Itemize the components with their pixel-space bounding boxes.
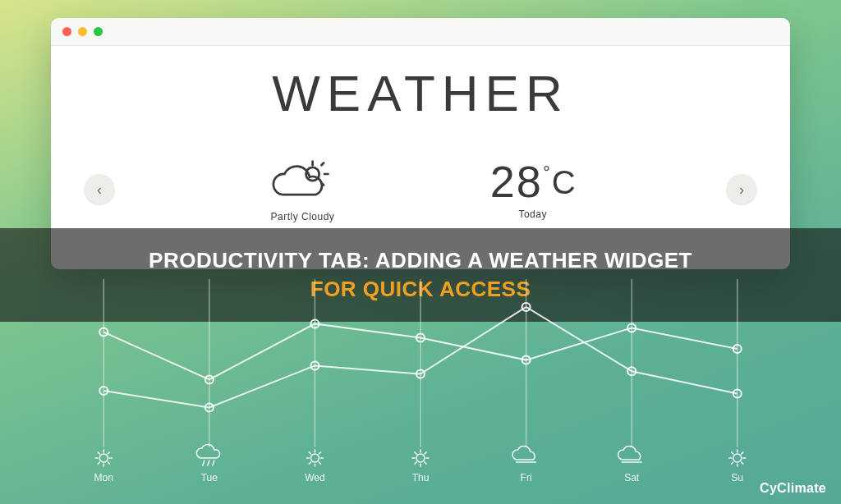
svg-line-66 bbox=[742, 452, 743, 454]
zoom-icon[interactable] bbox=[94, 27, 103, 36]
forecast-day-icon bbox=[95, 450, 112, 466]
forecast-day-label: Wed bbox=[305, 472, 324, 483]
svg-point-26 bbox=[99, 454, 108, 462]
svg-line-3 bbox=[322, 163, 324, 166]
forecast-day-icon bbox=[512, 447, 536, 462]
svg-line-64 bbox=[732, 452, 733, 454]
temperature-label: Today bbox=[518, 208, 547, 220]
svg-point-58 bbox=[733, 454, 742, 462]
svg-line-49 bbox=[425, 462, 426, 464]
forecast-day-label: Thu bbox=[412, 472, 430, 483]
window-titlebar bbox=[51, 18, 790, 46]
forecast-day-icon bbox=[412, 450, 429, 466]
forecast-day-label: Mon bbox=[94, 472, 113, 483]
svg-line-44 bbox=[309, 452, 310, 454]
svg-line-35 bbox=[203, 460, 205, 465]
forecast-day-label: Tue bbox=[201, 472, 218, 483]
forecast-day-icon bbox=[618, 447, 642, 462]
minimize-icon[interactable] bbox=[78, 27, 87, 36]
close-icon[interactable] bbox=[62, 27, 71, 36]
svg-line-55 bbox=[425, 452, 426, 454]
forecast-day-label: Su bbox=[731, 472, 743, 483]
condition-block: Partly Cloudy bbox=[265, 157, 339, 222]
next-button[interactable]: › bbox=[726, 174, 757, 205]
svg-point-38 bbox=[310, 454, 319, 462]
svg-line-37 bbox=[213, 460, 214, 465]
temperature-value: 28 bbox=[490, 159, 543, 204]
forecast-chart: MonTueWedThuFriSatSu bbox=[51, 279, 790, 488]
svg-line-40 bbox=[319, 462, 320, 464]
app-title: WEATHER bbox=[79, 64, 762, 122]
svg-point-47 bbox=[416, 454, 425, 462]
svg-line-53 bbox=[415, 452, 416, 454]
forecast-day-icon bbox=[729, 450, 746, 466]
temperature-block: 28 ° C Today bbox=[490, 159, 576, 220]
forecast-day-label: Fri bbox=[521, 472, 532, 483]
svg-line-51 bbox=[415, 462, 416, 464]
temperature-reading: 28 ° C bbox=[490, 159, 576, 204]
prev-button[interactable]: ‹ bbox=[84, 174, 115, 205]
svg-line-28 bbox=[108, 462, 109, 464]
svg-line-60 bbox=[742, 462, 743, 464]
svg-line-34 bbox=[108, 452, 109, 454]
temperature-unit: C bbox=[552, 164, 576, 201]
svg-line-62 bbox=[732, 462, 733, 464]
chevron-right-icon: › bbox=[739, 181, 744, 199]
brand-label: CyClimate bbox=[760, 481, 826, 496]
forecast-chart-svg: MonTueWedThuFriSatSu bbox=[51, 279, 790, 488]
condition-label: Partly Cloudy bbox=[270, 211, 334, 222]
current-weather-row: ‹ Partly Cloudy bbox=[79, 157, 762, 222]
temperature-degree: ° bbox=[543, 163, 550, 184]
forecast-day-label: Sat bbox=[624, 472, 640, 483]
svg-line-42 bbox=[309, 462, 310, 464]
partly-cloudy-icon bbox=[265, 157, 339, 206]
svg-line-32 bbox=[98, 452, 99, 454]
svg-line-36 bbox=[208, 460, 209, 465]
svg-line-30 bbox=[98, 462, 99, 464]
forecast-day-icon bbox=[196, 445, 219, 465]
svg-line-46 bbox=[319, 452, 320, 454]
forecast-day-icon bbox=[306, 450, 323, 466]
caption-line-1: PRODUCTIVITY TAB: ADDING A WEATHER WIDGE… bbox=[149, 246, 692, 275]
chevron-left-icon: ‹ bbox=[97, 181, 102, 199]
